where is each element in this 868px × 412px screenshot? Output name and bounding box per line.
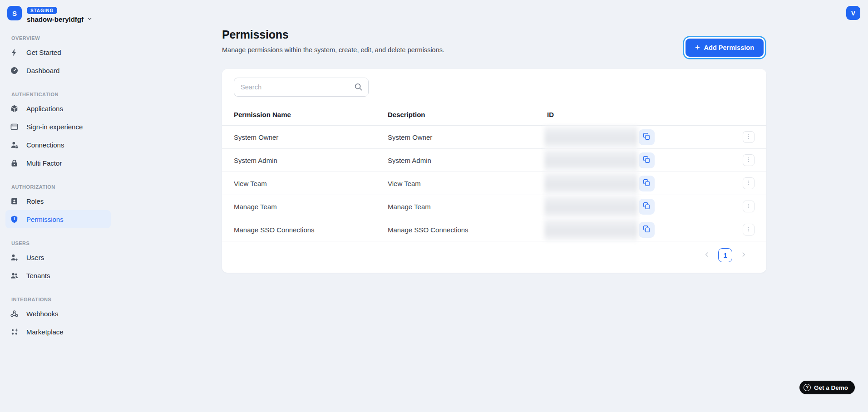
sidebar-item-connections[interactable]: Connections (5, 136, 111, 154)
sidebar-item-users[interactable]: Users (5, 248, 111, 266)
redacted-id (544, 195, 638, 218)
next-page-button[interactable] (739, 251, 748, 260)
cell-id (547, 195, 734, 218)
chevron-right-icon (740, 251, 747, 260)
search-row (222, 69, 766, 104)
previous-page-button[interactable] (702, 251, 711, 260)
kebab-icon (745, 133, 752, 141)
sidebar-item-label: Get Started (26, 49, 61, 56)
question-circle-icon: ? (804, 384, 811, 391)
cell-description: System Admin (388, 157, 547, 164)
cell-id (547, 172, 734, 195)
id-badge-icon (10, 196, 19, 206)
page-title: Permissions (222, 28, 444, 41)
table-header: Permission Name Description ID (222, 104, 766, 126)
sidebar-item-label: Webhooks (26, 310, 59, 318)
user-avatar[interactable]: V (846, 6, 860, 20)
cell-description: View Team (388, 180, 547, 187)
workspace-logo: S (7, 6, 22, 20)
redacted-id (544, 126, 638, 148)
kebab-icon (745, 226, 752, 234)
chevron-down-icon (87, 15, 93, 23)
row-actions-menu-button[interactable] (743, 224, 755, 235)
copy-id-button[interactable] (639, 129, 655, 145)
sidebar-item-sign-in-experience[interactable]: Sign-in experience (5, 118, 111, 136)
kebab-icon (745, 203, 752, 211)
sidebar-item-label: Sign-in experience (26, 123, 83, 131)
copy-icon (643, 179, 651, 188)
table-row: View Team View Team (222, 172, 766, 195)
page-header: Permissions Manage permissions within th… (222, 28, 766, 57)
table-row: Manage SSO Connections Manage SSO Connec… (222, 218, 766, 241)
sidebar-section-users: USERS (7, 240, 109, 246)
cell-permission-name: System Owner (234, 133, 388, 141)
get-a-demo-button[interactable]: ? Get a Demo (799, 381, 855, 394)
copy-id-button[interactable] (639, 176, 655, 191)
workspace-switcher[interactable]: S STAGING shadow-beryldfgf (7, 6, 109, 23)
cell-permission-name: Manage Team (234, 203, 388, 211)
people-icon (10, 271, 19, 280)
kebab-icon (745, 180, 752, 187)
bolt-icon (10, 48, 19, 57)
sidebar-item-roles[interactable]: Roles (5, 192, 111, 210)
sidebar-item-label: Roles (26, 197, 44, 205)
add-permission-button[interactable]: + Add Permission (686, 39, 764, 57)
workspace-name: shadow-beryldfgf (27, 15, 84, 23)
lock-icon (10, 158, 19, 167)
search-button[interactable] (348, 78, 368, 96)
column-header-name: Permission Name (234, 111, 388, 118)
cell-permission-name: Manage SSO Connections (234, 226, 388, 234)
chevron-left-icon (703, 251, 710, 260)
sidebar-item-permissions[interactable]: Permissions (5, 210, 111, 228)
add-permission-label: Add Permission (704, 44, 754, 51)
cell-id (547, 126, 734, 148)
sidebar: S STAGING shadow-beryldfgf OVERVIEW Get … (0, 0, 116, 412)
sidebar-item-label: Connections (26, 141, 64, 149)
redacted-id (544, 172, 638, 195)
permissions-card: Permission Name Description ID System Ow… (222, 69, 766, 273)
user-lock-icon (10, 140, 19, 149)
cell-id (547, 218, 734, 241)
sidebar-item-applications[interactable]: Applications (5, 99, 111, 118)
sidebar-item-label: Tenants (26, 272, 50, 280)
copy-id-button[interactable] (639, 222, 655, 238)
search-input[interactable] (234, 78, 348, 96)
sidebar-item-webhooks[interactable]: Webhooks (5, 304, 111, 323)
get-a-demo-label: Get a Demo (814, 384, 848, 391)
sidebar-item-dashboard[interactable]: Dashboard (5, 61, 111, 79)
plus-icon: + (695, 44, 700, 51)
sidebar-section-authorization: AUTHORIZATION (7, 184, 109, 190)
search-box (234, 78, 369, 97)
row-actions-menu-button[interactable] (743, 154, 755, 166)
webhook-icon (10, 309, 19, 318)
environment-badge: STAGING (27, 7, 57, 14)
sidebar-item-multi-factor[interactable]: Multi Factor (5, 154, 111, 172)
sidebar-item-label: Permissions (26, 216, 64, 223)
dashboard-icon (10, 66, 19, 75)
row-actions-menu-button[interactable] (743, 201, 755, 212)
sidebar-item-get-started[interactable]: Get Started (5, 43, 111, 61)
browser-icon (10, 122, 19, 131)
page-number-button[interactable]: 1 (718, 248, 732, 262)
row-actions-menu-button[interactable] (743, 131, 755, 143)
sidebar-item-label: Dashboard (26, 67, 59, 74)
cell-permission-name: View Team (234, 180, 388, 187)
redacted-id (544, 218, 638, 241)
sidebar-item-marketplace[interactable]: Marketplace (5, 323, 111, 341)
cell-description: Manage SSO Connections (388, 226, 547, 234)
sidebar-item-tenants[interactable]: Tenants (5, 266, 111, 284)
row-actions-menu-button[interactable] (743, 177, 755, 189)
kebab-icon (745, 157, 752, 164)
copy-icon (643, 132, 651, 142)
page-subtitle: Manage permissions within the system, cr… (222, 46, 444, 54)
sidebar-section-overview: OVERVIEW (7, 35, 109, 41)
pagination: 1 (222, 241, 766, 273)
copy-id-button[interactable] (639, 199, 655, 215)
cell-description: Manage Team (388, 203, 547, 211)
cell-permission-name: System Admin (234, 157, 388, 164)
copy-id-button[interactable] (639, 152, 655, 168)
copy-icon (643, 225, 651, 234)
column-header-id: ID (547, 111, 734, 118)
sidebar-item-label: Applications (26, 105, 63, 113)
shield-icon (10, 215, 19, 224)
